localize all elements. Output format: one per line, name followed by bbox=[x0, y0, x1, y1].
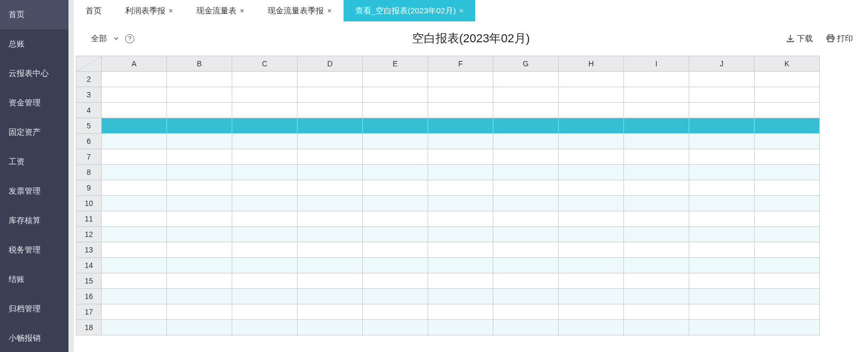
sidebar-item-6[interactable]: 发票管理 bbox=[0, 177, 68, 206]
cell-I11[interactable] bbox=[624, 211, 689, 227]
cell-K14[interactable] bbox=[755, 258, 820, 273]
cell-D15[interactable] bbox=[298, 273, 363, 289]
cell-H18[interactable] bbox=[559, 320, 624, 335]
cell-C18[interactable] bbox=[232, 320, 298, 335]
cell-G3[interactable] bbox=[493, 87, 559, 103]
cell-A16[interactable] bbox=[102, 289, 167, 304]
cell-E4[interactable] bbox=[363, 103, 428, 118]
cell-K18[interactable] bbox=[755, 320, 820, 335]
cell-B11[interactable] bbox=[167, 211, 232, 227]
cell-J3[interactable] bbox=[689, 87, 755, 103]
cell-H10[interactable] bbox=[559, 196, 624, 211]
cell-G10[interactable] bbox=[493, 196, 559, 211]
cell-C4[interactable] bbox=[232, 103, 298, 118]
tab-4[interactable]: 查看_空白报表(2023年02月)× bbox=[344, 0, 476, 21]
cell-E12[interactable] bbox=[363, 227, 428, 242]
col-header-F[interactable]: F bbox=[428, 56, 493, 72]
cell-G13[interactable] bbox=[493, 242, 559, 258]
sidebar-item-9[interactable]: 结账 bbox=[0, 265, 68, 294]
cell-J8[interactable] bbox=[689, 165, 755, 180]
cell-A8[interactable] bbox=[102, 165, 167, 180]
tab-2[interactable]: 现金流量表× bbox=[185, 0, 256, 21]
cell-K7[interactable] bbox=[755, 149, 820, 165]
sidebar-item-1[interactable]: 总账 bbox=[0, 29, 68, 59]
cell-D5[interactable] bbox=[298, 118, 363, 134]
cell-C5[interactable] bbox=[232, 118, 298, 134]
cell-E2[interactable] bbox=[363, 72, 428, 87]
cell-I16[interactable] bbox=[624, 289, 689, 304]
cell-K4[interactable] bbox=[755, 103, 820, 118]
cell-E3[interactable] bbox=[363, 87, 428, 103]
cell-F2[interactable] bbox=[428, 72, 493, 87]
cell-D8[interactable] bbox=[298, 165, 363, 180]
cell-D4[interactable] bbox=[298, 103, 363, 118]
cell-E7[interactable] bbox=[363, 149, 428, 165]
cell-G6[interactable] bbox=[493, 134, 559, 149]
row-header-4[interactable]: 4 bbox=[77, 103, 102, 118]
cell-D13[interactable] bbox=[298, 242, 363, 258]
cell-F4[interactable] bbox=[428, 103, 493, 118]
cell-E8[interactable] bbox=[363, 165, 428, 180]
cell-A10[interactable] bbox=[102, 196, 167, 211]
cell-H9[interactable] bbox=[559, 180, 624, 196]
cell-A7[interactable] bbox=[102, 149, 167, 165]
cell-I18[interactable] bbox=[624, 320, 689, 335]
row-header-3[interactable]: 3 bbox=[77, 87, 102, 103]
cell-F8[interactable] bbox=[428, 165, 493, 180]
cell-C16[interactable] bbox=[232, 289, 298, 304]
cell-D10[interactable] bbox=[298, 196, 363, 211]
cell-I12[interactable] bbox=[624, 227, 689, 242]
cell-I9[interactable] bbox=[624, 180, 689, 196]
cell-J7[interactable] bbox=[689, 149, 755, 165]
cell-H17[interactable] bbox=[559, 304, 624, 320]
cell-D17[interactable] bbox=[298, 304, 363, 320]
row-header-12[interactable]: 12 bbox=[77, 227, 102, 242]
cell-B12[interactable] bbox=[167, 227, 232, 242]
cell-K10[interactable] bbox=[755, 196, 820, 211]
row-header-18[interactable]: 18 bbox=[77, 320, 102, 335]
col-header-H[interactable]: H bbox=[559, 56, 624, 72]
cell-H16[interactable] bbox=[559, 289, 624, 304]
cell-E11[interactable] bbox=[363, 211, 428, 227]
sidebar-item-7[interactable]: 库存核算 bbox=[0, 206, 68, 235]
col-header-I[interactable]: I bbox=[624, 56, 689, 72]
cell-E13[interactable] bbox=[363, 242, 428, 258]
download-button[interactable]: 下载 bbox=[786, 34, 813, 44]
sidebar-item-5[interactable]: 工资 bbox=[0, 147, 68, 177]
cell-E5[interactable] bbox=[363, 118, 428, 134]
cell-H13[interactable] bbox=[559, 242, 624, 258]
sidebar-item-8[interactable]: 税务管理 bbox=[0, 235, 68, 265]
sidebar-item-0[interactable]: 首页 bbox=[0, 0, 68, 29]
cell-J17[interactable] bbox=[689, 304, 755, 320]
cell-D9[interactable] bbox=[298, 180, 363, 196]
cell-E9[interactable] bbox=[363, 180, 428, 196]
cell-F10[interactable] bbox=[428, 196, 493, 211]
cell-B13[interactable] bbox=[167, 242, 232, 258]
cell-H7[interactable] bbox=[559, 149, 624, 165]
cell-B8[interactable] bbox=[167, 165, 232, 180]
sidebar-item-10[interactable]: 归档管理 bbox=[0, 294, 68, 324]
cell-F5[interactable] bbox=[428, 118, 493, 134]
cell-G2[interactable] bbox=[493, 72, 559, 87]
cell-E15[interactable] bbox=[363, 273, 428, 289]
cell-D11[interactable] bbox=[298, 211, 363, 227]
sidebar-item-11[interactable]: 小畅报销 bbox=[0, 324, 68, 352]
cell-B18[interactable] bbox=[167, 320, 232, 335]
cell-K8[interactable] bbox=[755, 165, 820, 180]
cell-I17[interactable] bbox=[624, 304, 689, 320]
cell-G14[interactable] bbox=[493, 258, 559, 273]
sidebar-item-4[interactable]: 固定资产 bbox=[0, 118, 68, 147]
cell-G9[interactable] bbox=[493, 180, 559, 196]
cell-K5[interactable] bbox=[755, 118, 820, 134]
col-header-E[interactable]: E bbox=[363, 56, 428, 72]
cell-B14[interactable] bbox=[167, 258, 232, 273]
row-header-13[interactable]: 13 bbox=[77, 242, 102, 258]
cell-K3[interactable] bbox=[755, 87, 820, 103]
cell-H5[interactable] bbox=[559, 118, 624, 134]
cell-I6[interactable] bbox=[624, 134, 689, 149]
row-header-15[interactable]: 15 bbox=[77, 273, 102, 289]
cell-B7[interactable] bbox=[167, 149, 232, 165]
cell-B16[interactable] bbox=[167, 289, 232, 304]
cell-A9[interactable] bbox=[102, 180, 167, 196]
cell-E18[interactable] bbox=[363, 320, 428, 335]
